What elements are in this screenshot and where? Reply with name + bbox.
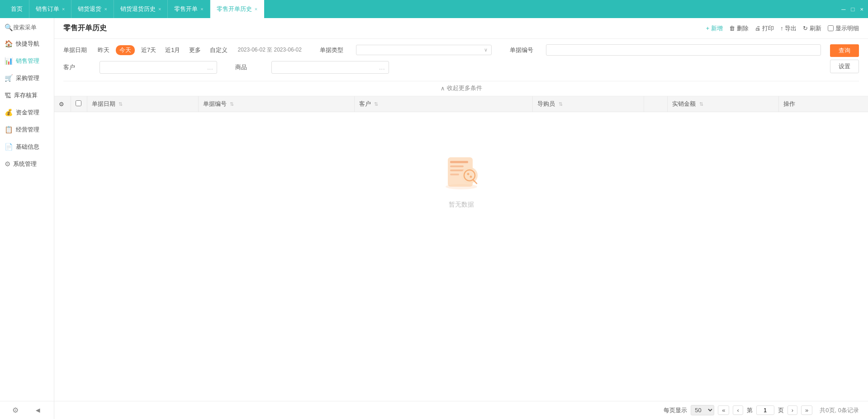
date-more[interactable]: 更多 <box>186 45 204 55</box>
print-button[interactable]: 🖨 打印 <box>755 24 774 33</box>
svg-point-10 <box>470 176 472 178</box>
filter-area: 单据日期 昨天 今天 近7天 近1月 更多 自定义 2023-06-02 至 2… <box>54 39 868 96</box>
col-action-label: 操作 <box>783 100 795 107</box>
col-amount-sort-icon[interactable]: ⇅ <box>699 101 703 107</box>
sidebar-item-finance[interactable]: 💰 资金管理 <box>0 104 54 121</box>
search-icon: 🔍 <box>5 24 13 32</box>
page-size-select[interactable]: 50 10 20 100 <box>691 405 714 415</box>
query-button[interactable]: 查询 <box>830 44 859 57</box>
show-detail-check[interactable]: 显示明细 <box>828 24 859 33</box>
sidebar-item-inventory[interactable]: 🏗 库存核算 <box>0 87 54 104</box>
top-bar-right: ─ □ × <box>841 6 863 13</box>
col-guide-label: 导购员 <box>537 100 555 107</box>
last-page-btn[interactable]: » <box>801 405 812 415</box>
window-close-btn[interactable]: × <box>860 6 863 13</box>
inventory-icon: 🏗 <box>5 92 11 99</box>
sidebar-item-quicknav-label: 快捷导航 <box>16 40 39 48</box>
col-date-header: 单据日期 ⇅ <box>87 96 198 112</box>
collapse-sidebar-btn[interactable]: ◄ <box>34 406 42 414</box>
date-today[interactable]: 今天 <box>116 45 135 55</box>
col-client-sort-icon[interactable]: ⇅ <box>374 101 378 107</box>
tab-sales-return-label: 销货退货 <box>78 5 101 13</box>
date-yesterday[interactable]: 昨天 <box>95 45 112 55</box>
sidebar-item-inventory-label: 库存核算 <box>14 91 38 99</box>
svg-rect-2 <box>450 161 468 163</box>
next-page-btn[interactable]: › <box>787 405 797 415</box>
sidebar-item-sales-label: 销售管理 <box>16 57 39 65</box>
delete-button[interactable]: 🗑 删除 <box>729 24 749 33</box>
sidebar-item-system[interactable]: ⚙ 系统管理 <box>0 155 54 173</box>
col-no-sort-icon[interactable]: ⇅ <box>230 101 234 107</box>
col-guide-sort-icon[interactable]: ⇅ <box>559 101 563 107</box>
tab-sales-return-history-label: 销货退货历史 <box>120 5 156 13</box>
window-min-btn[interactable]: ─ <box>841 6 845 13</box>
first-page-btn[interactable]: « <box>718 405 729 415</box>
tab-sales-return-history-close[interactable]: × <box>158 6 161 12</box>
tab-sales-return-history[interactable]: 销货退货历史 × <box>114 0 168 18</box>
col-date-sort-icon[interactable]: ⇅ <box>119 101 123 107</box>
type-filter-label: 单据类型 <box>320 46 351 54</box>
new-button[interactable]: + 新增 <box>706 24 723 33</box>
collapse-label: 收起更多条件 <box>447 84 482 92</box>
select-all-checkbox[interactable] <box>76 100 81 106</box>
col-client-label: 客户 <box>359 100 371 107</box>
empty-text: 暂无数据 <box>449 201 474 209</box>
date-1month[interactable]: 近1月 <box>162 45 183 55</box>
tab-retail-order-label: 零售开单 <box>174 5 198 13</box>
svg-point-9 <box>467 173 469 175</box>
type-select[interactable]: ∨ <box>356 45 492 55</box>
page-num-prefix: 第 <box>747 406 753 414</box>
col-guide-header: 导购员 ⇅ <box>532 96 644 112</box>
sidebar-item-sales[interactable]: 📊 销售管理 <box>0 52 54 70</box>
client-filter-label: 客户 <box>63 63 95 71</box>
show-detail-checkbox[interactable] <box>828 25 834 31</box>
svg-rect-3 <box>450 165 464 167</box>
no-input-wrap <box>546 44 821 56</box>
management-icon: 📋 <box>5 126 13 134</box>
pagination-bar: 每页显示 50 10 20 100 « ‹ 第 页 › » 共0页, 0条记录 <box>54 401 868 419</box>
page-input[interactable] <box>756 405 774 415</box>
table-head: ⚙ 单据日期 ⇅ 单据编号 ⇅ <box>54 96 868 112</box>
tab-sales-return-close[interactable]: × <box>104 6 107 12</box>
col-checkbox-header[interactable] <box>71 96 87 112</box>
sidebar-item-purchase[interactable]: 🛒 采购管理 <box>0 70 54 87</box>
sidebar-item-system-label: 系统管理 <box>13 160 37 168</box>
window-max-btn[interactable]: □ <box>851 6 855 13</box>
tab-sales-order-close[interactable]: × <box>62 6 65 12</box>
tab-retail-order-close[interactable]: × <box>200 6 203 12</box>
sidebar-item-basic-info[interactable]: 📄 基础信息 <box>0 138 54 155</box>
table-header-row: ⚙ 单据日期 ⇅ 单据编号 ⇅ <box>54 96 868 112</box>
tab-home[interactable]: 首页 <box>5 0 29 18</box>
content-area: 零售开单历史 + 新增 🗑 删除 🖨 打印 ↑ 导出 ↻ 刷新 显示明细 单据 <box>54 18 868 419</box>
tab-retail-order-history[interactable]: 零售开单历史 × <box>210 0 264 18</box>
sidebar-item-quicknav[interactable]: 🏠 快捷导航 <box>0 35 54 52</box>
date-7days[interactable]: 近7天 <box>138 45 159 55</box>
client-input-wrap: ... <box>100 61 217 74</box>
col-date-label: 单据日期 <box>92 100 115 107</box>
tab-home-label: 首页 <box>11 5 23 13</box>
date-range-display: 2023-06-02 至 2023-06-02 <box>237 46 301 54</box>
client-input[interactable] <box>104 64 207 71</box>
tab-retail-order-history-close[interactable]: × <box>255 6 257 12</box>
page-suffix: 页 <box>778 406 784 414</box>
no-input[interactable] <box>550 47 817 53</box>
goods-input[interactable] <box>275 64 379 71</box>
filter-actions: 查询 设置 <box>830 44 859 73</box>
page-title: 零售开单历史 <box>63 24 107 33</box>
filter-settings-button[interactable]: 设置 <box>830 60 859 73</box>
sidebar-item-management[interactable]: 📋 经营管理 <box>0 121 54 138</box>
refresh-button[interactable]: ↻ 刷新 <box>803 24 821 33</box>
collapse-conditions[interactable]: ∧ 收起更多条件 <box>63 81 859 96</box>
prev-page-btn[interactable]: ‹ <box>733 405 743 415</box>
sidebar-search[interactable]: 🔍 搜索采单 <box>0 20 54 35</box>
export-button[interactable]: ↑ 导出 <box>780 24 797 33</box>
tab-sales-return[interactable]: 销货退货 × <box>71 0 114 18</box>
basic-info-icon: 📄 <box>5 143 13 151</box>
tab-sales-order[interactable]: 销售订单 × <box>29 0 71 18</box>
data-table: ⚙ 单据日期 ⇅ 单据编号 ⇅ <box>54 96 868 112</box>
col-settings-header[interactable]: ⚙ <box>54 96 71 112</box>
settings-bottom-btn[interactable]: ⚙ <box>12 406 19 414</box>
date-custom[interactable]: 自定义 <box>207 45 230 55</box>
tab-bar: 首页 销售订单 × 销货退货 × 销货退货历史 × 零售开单 × 零售开单历史 … <box>5 0 264 18</box>
tab-retail-order[interactable]: 零售开单 × <box>168 0 210 18</box>
